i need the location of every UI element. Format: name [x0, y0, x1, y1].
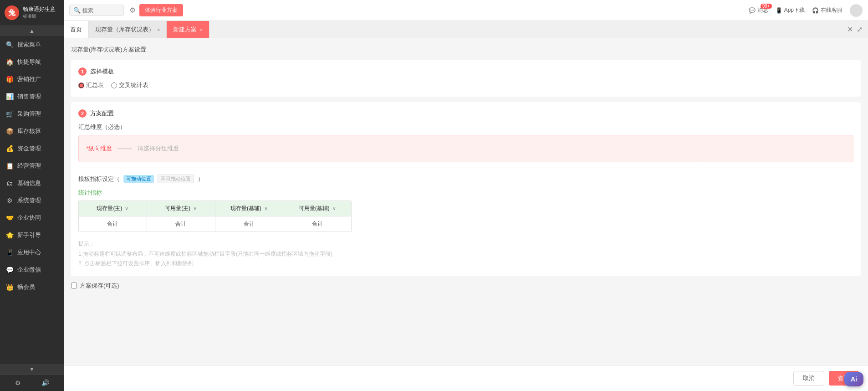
sidebar-scroll-down[interactable]: ▼: [0, 364, 64, 374]
radio-crosstab[interactable]: 交叉统计表: [111, 81, 148, 89]
sidebar-item-appcenter[interactable]: 📱 应用中心: [0, 244, 64, 261]
app-name: 畅康通好生意: [23, 6, 56, 13]
stats-table: 现存量(主) ∨ 可用量(主) ∨ 现存量(基辅) ∨ 可用量(基辅): [78, 201, 352, 232]
logo-icon: 兔: [5, 5, 19, 20]
gift-icon: 🎁: [5, 75, 14, 83]
app-download-button[interactable]: 📱 App下载: [776, 6, 805, 14]
settings-icon[interactable]: ⚙: [15, 379, 21, 386]
new-tab-label: 新建方案: [173, 26, 197, 34]
sidebar-item-search[interactable]: 🔍 搜索菜单: [0, 36, 64, 53]
ai-float-button[interactable]: Ai: [844, 372, 863, 386]
folder-icon: 🗂: [5, 179, 14, 187]
dimension-label-text: 汇总维度（必选）: [78, 123, 126, 130]
tab-new-plan[interactable]: 新建方案 ×: [167, 21, 209, 38]
radio-summary[interactable]: 汇总表: [78, 81, 104, 89]
sidebar-bottom: ⚙ 🔊: [0, 374, 64, 391]
radio-summary-input[interactable]: [78, 82, 84, 88]
stats-cell-0-2: 合计: [215, 216, 284, 232]
indicator-setting: 模板指标设定（ 可拖动位置 不可拖动位置 ）: [78, 175, 853, 183]
sidebar-item-shortcut[interactable]: 🏠 快捷导航: [0, 53, 64, 71]
sidebar-item-inventory[interactable]: 📦 库存核算: [0, 123, 64, 140]
stats-col-0-arrow[interactable]: ∨: [125, 206, 128, 211]
sidebar-label-newbie: 新手引导: [17, 231, 41, 239]
customer-service-button[interactable]: 🎧 在线客服: [812, 6, 842, 14]
template-radio-group: 汇总表 交叉统计表: [78, 81, 853, 89]
user-avatar[interactable]: [850, 4, 863, 17]
money-icon: 💰: [5, 144, 14, 153]
tips-title: 提示：: [78, 241, 95, 247]
star-icon: 🌟: [5, 231, 14, 239]
app-version: 标准版: [23, 13, 56, 20]
message-badge: 99+: [761, 4, 772, 9]
sidebar-label-appcenter: 应用中心: [17, 248, 41, 257]
handshake-icon: 🤝: [5, 214, 14, 222]
dimension-box[interactable]: *纵向维度 —— 请选择分组维度: [78, 135, 853, 162]
sidebar-item-basic[interactable]: 🗂 基础信息: [0, 175, 64, 192]
sidebar-label-sales: 销售管理: [17, 93, 41, 101]
experience-button[interactable]: 体验行业方案: [139, 4, 183, 16]
sidebar-logo: 兔 畅康通好生意 标准版: [0, 0, 64, 26]
stats-table-body: 合计 合计 合计 合计: [79, 216, 351, 232]
tab-inventory[interactable]: 现存量（库存状况表） ×: [89, 21, 167, 38]
gear-icon: ⚙: [5, 196, 14, 205]
sidebar-item-newbie[interactable]: 🌟 新手引导: [0, 226, 64, 244]
topbar: 🔍 ⚙ 体验行业方案 💬 消息 99+ 📱 App下载 🎧 在线客服: [64, 0, 868, 21]
sidebar-item-system[interactable]: ⚙ 系统管理: [0, 192, 64, 209]
sidebar-label-purchase: 采购管理: [17, 110, 41, 118]
sidebar-label-shortcut: 快捷导航: [17, 58, 41, 66]
indicator-suffix: ）: [198, 175, 204, 183]
stats-col-3-arrow[interactable]: ∨: [332, 206, 336, 211]
step1-header: 1 选择模板: [78, 67, 853, 76]
speaker-icon[interactable]: 🔊: [41, 379, 49, 386]
sidebar-item-member[interactable]: 👑 畅会员: [0, 278, 64, 296]
sidebar-label-member: 畅会员: [17, 283, 35, 291]
topbar-gear-icon[interactable]: ⚙: [129, 6, 136, 15]
tab-home[interactable]: 首页: [64, 21, 89, 38]
expand-window-icon[interactable]: ⤢: [857, 25, 863, 34]
sidebar-label-basic: 基础信息: [17, 179, 41, 187]
radio-summary-label: 汇总表: [86, 81, 104, 89]
stats-title: 统计指标: [78, 189, 853, 197]
stats-col-1-arrow[interactable]: ∨: [193, 206, 197, 211]
sidebar-item-purchase[interactable]: 🛒 采购管理: [0, 105, 64, 123]
template-section: 1 选择模板 汇总表 交叉统计表: [71, 60, 861, 97]
radio-crosstab-input[interactable]: [111, 82, 117, 88]
dimension-label: 汇总维度（必选）: [78, 123, 853, 131]
sidebar-item-marketing[interactable]: 🎁 营销推广: [0, 71, 64, 88]
new-tab-close[interactable]: ×: [199, 27, 202, 32]
stats-col-2-arrow[interactable]: ∨: [264, 206, 268, 211]
stats-col-3: 可用量(基辅) ∨: [283, 201, 351, 216]
inventory-tab-close[interactable]: ×: [157, 27, 160, 32]
home-tab-label: 首页: [70, 26, 82, 34]
save-checkbox[interactable]: [71, 283, 77, 288]
chart-icon: 📊: [5, 93, 14, 101]
save-option: 方案保存(可选): [71, 282, 861, 290]
sidebar-item-enterprise[interactable]: 🤝 企业协同: [0, 209, 64, 226]
sidebar-item-sales[interactable]: 📊 销售管理: [0, 88, 64, 105]
close-window-icon[interactable]: ✕: [847, 25, 853, 34]
cancel-button[interactable]: 取消: [793, 371, 824, 386]
sidebar-label-enterprise: 企业协同: [17, 214, 41, 222]
sidebar-item-wechat[interactable]: 💬 企业微信: [0, 261, 64, 278]
customer-service-label: 在线客服: [821, 6, 842, 14]
sidebar-item-finance[interactable]: 💰 资金管理: [0, 140, 64, 157]
sidebar-label-finance: 资金管理: [17, 144, 41, 153]
sidebar-item-operation[interactable]: 📋 经营管理: [0, 157, 64, 175]
page-title: 现存量(库存状况表)方案设置: [71, 46, 861, 54]
search-box[interactable]: 🔍: [69, 5, 124, 16]
no-drag-badge: 不可拖动位置: [158, 175, 194, 183]
dimension-arrow: ——: [117, 144, 132, 153]
sidebar-label-marketing: 营销推广: [17, 75, 41, 83]
window-controls: ✕ ⤢: [847, 25, 868, 34]
search-icon: 🔍: [5, 41, 14, 49]
sidebar-label-search: 搜索菜单: [17, 41, 41, 49]
sidebar-scroll-up[interactable]: ▲: [0, 26, 64, 36]
main-area: 🔍 ⚙ 体验行业方案 💬 消息 99+ 📱 App下载 🎧 在线客服: [64, 0, 868, 391]
search-input[interactable]: [82, 7, 119, 14]
headset-icon: 🎧: [812, 7, 819, 14]
stats-col-1: 可用量(主) ∨: [147, 201, 215, 216]
stats-col-0: 现存量(主) ∨: [79, 201, 147, 216]
dimension-required: *纵向维度: [86, 144, 112, 153]
clipboard-icon: 📋: [5, 162, 14, 170]
message-button[interactable]: 💬 消息 99+: [749, 6, 768, 14]
